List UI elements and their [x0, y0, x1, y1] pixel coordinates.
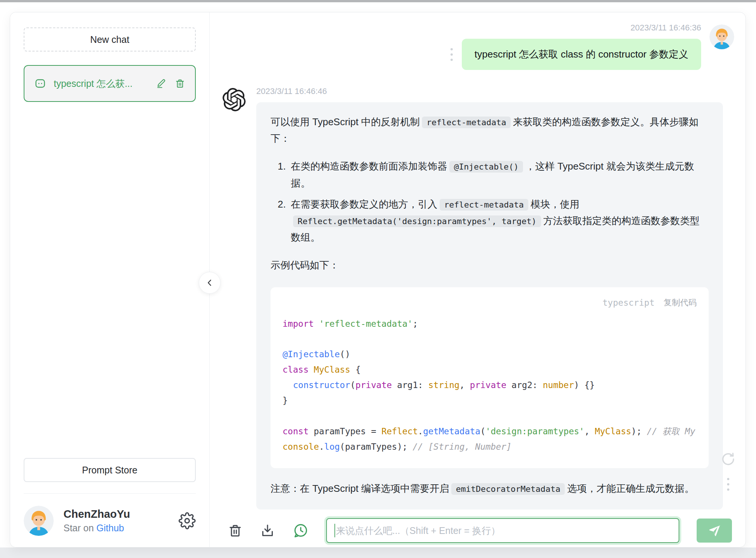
step2-text-mid: 模块，使用 [531, 199, 579, 210]
profile-text: ChenZhaoYu Star on Github [64, 508, 130, 534]
message-input-wrap [326, 518, 679, 543]
delete-chat-icon[interactable] [175, 78, 185, 89]
history-prompt-icon[interactable] [292, 522, 309, 539]
clear-conversation-icon[interactable] [228, 523, 243, 538]
paper-plane-icon [708, 524, 721, 537]
assistant-message-column: 2023/3/11 16:46:46 可以使用 TypeScript 中的反射机… [256, 86, 723, 509]
user-message-row: 2023/3/11 16:46:36 typescript 怎么获取 class… [222, 23, 734, 70]
profile-name: ChenZhaoYu [64, 508, 130, 520]
steps-list: 在类的构造函数参数前面添加装饰器@Injectable()，这样 TypeScr… [271, 158, 709, 246]
intro-text: 可以使用 TypeScript 中的反射机制 [271, 116, 420, 127]
gear-icon[interactable] [178, 512, 196, 529]
step-item-1: 在类的构造函数参数前面添加装饰器@Injectable()，这样 TypeScr… [289, 158, 709, 191]
message-side-tools [721, 452, 736, 491]
export-download-icon[interactable] [260, 523, 275, 538]
inline-code: reflect-metadata [422, 117, 511, 128]
chevron-left-icon [205, 278, 215, 288]
step2-text: 在需要获取参数定义的地方，引入 [291, 199, 437, 210]
star-prefix: Star on [64, 523, 97, 533]
user-message-timestamp: 2023/3/11 16:46:36 [631, 23, 701, 33]
assistant-note: 注意：在 TypeScript 编译选项中需要开启emitDecoratorMe… [271, 480, 709, 497]
avatar [709, 24, 734, 49]
window-top-edge [0, 0, 756, 2]
regenerate-icon[interactable] [721, 452, 736, 467]
note-text-post: 选项，才能正确生成元数据。 [567, 483, 694, 494]
text-caret [334, 524, 335, 537]
edit-icon[interactable] [156, 78, 166, 89]
assistant-message-row: 2023/3/11 16:46:46 可以使用 TypeScript 中的反射机… [222, 86, 734, 509]
sidebar: New chat typescript 怎么获... Prompt Sto [10, 12, 210, 547]
code-block: typescript 复制代码 import 'reflect-metadata… [271, 287, 709, 469]
user-message-bubble: typescript 怎么获取 class 的 constructor 参数定义 [462, 39, 701, 70]
chat-main: 2023/3/11 16:46:36 typescript 怎么获取 class… [210, 12, 745, 547]
profile-section: ChenZhaoYu Star on Github [24, 493, 196, 536]
user-bubble-row: typescript 怎么获取 class 的 constructor 参数定义 [451, 39, 701, 70]
profile-subtitle: Star on Github [64, 523, 130, 534]
sidebar-collapse-button[interactable] [199, 272, 221, 294]
send-button[interactable] [697, 519, 732, 543]
message-list: 2023/3/11 16:46:36 typescript 怎么获取 class… [210, 12, 745, 509]
inline-code: @Injectable() [449, 161, 523, 173]
note-text: 注意：在 TypeScript 编译选项中需要开启 [271, 483, 449, 494]
code-content: import 'reflect-metadata'; @Injectable()… [283, 316, 697, 455]
chat-item-title: typescript 怎么获... [54, 77, 148, 90]
openai-logo-icon [222, 88, 246, 111]
github-link[interactable]: Github [97, 523, 124, 533]
user-message-column: 2023/3/11 16:46:36 typescript 怎么获取 class… [451, 23, 701, 70]
sidebar-item-chat[interactable]: typescript 怎么获... [24, 65, 196, 102]
prompt-store-label: Prompt Store [82, 465, 137, 476]
assistant-intro: 可以使用 TypeScript 中的反射机制reflect-metadata来获… [271, 114, 709, 147]
step1-text: 在类的构造函数参数前面添加装饰器 [291, 161, 447, 172]
inline-code: reflect-metadata [440, 199, 528, 211]
example-label: 示例代码如下： [271, 257, 709, 273]
chat-bubble-icon [34, 77, 46, 89]
step-item-2: 在需要获取参数定义的地方，引入reflect-metadata模块，使用Refl… [289, 196, 709, 246]
code-block-header: typescript 复制代码 [283, 296, 697, 310]
inline-code: Reflect.getMetadata('design:paramtypes',… [293, 215, 541, 227]
avatar [24, 506, 54, 536]
app-window: New chat typescript 怎么获... Prompt Sto [10, 12, 746, 547]
message-options-icon[interactable] [451, 48, 453, 61]
inline-code: emitDecoratorMetadata [451, 483, 565, 495]
prompt-store-button[interactable]: Prompt Store [24, 458, 196, 482]
sidebar-spacer [24, 102, 196, 458]
assistant-message-timestamp: 2023/3/11 16:46:46 [256, 86, 723, 96]
code-language-label: typescript [603, 296, 655, 310]
assistant-message-bubble: 可以使用 TypeScript 中的反射机制reflect-metadata来获… [256, 102, 723, 509]
message-input[interactable] [326, 518, 679, 543]
more-options-icon[interactable] [727, 478, 729, 491]
new-chat-label: New chat [90, 34, 129, 45]
new-chat-button[interactable]: New chat [24, 27, 196, 52]
copy-code-button[interactable]: 复制代码 [664, 296, 697, 309]
chat-footer [210, 509, 745, 555]
